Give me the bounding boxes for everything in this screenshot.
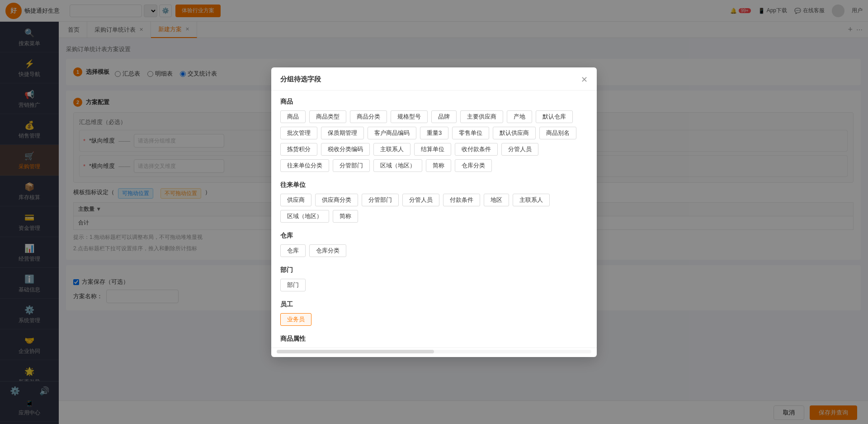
section-warehouse-title: 仓库 (280, 232, 588, 240)
field-tag[interactable]: 供应商分类 (315, 194, 358, 206)
field-tag[interactable]: 商品 (280, 110, 306, 123)
section-dept-fields: 部门 (280, 279, 588, 291)
field-tag[interactable]: 主联系人 (513, 194, 550, 206)
modal-close-button[interactable]: ✕ (581, 75, 588, 85)
field-tag[interactable]: 往来单位分类 (280, 159, 329, 172)
section-product-attr-title: 商品属性 (280, 335, 588, 343)
field-tag[interactable]: 区域（地区） (280, 210, 329, 223)
modal-scroll-area (271, 348, 597, 357)
section-product-title: 商品 (280, 98, 588, 106)
modal-header: 分组待选字段 ✕ (271, 67, 597, 91)
field-tag[interactable]: 默认供应商 (493, 127, 536, 139)
field-tag[interactable]: 主联系人 (373, 143, 410, 156)
field-tag[interactable]: 仓库分类 (309, 244, 346, 257)
field-tag[interactable]: 拣货积分 (280, 143, 317, 156)
field-tag[interactable]: 收付款条件 (455, 143, 498, 156)
field-tag[interactable]: 分管人员 (501, 143, 538, 156)
section-staff-title: 员工 (280, 300, 588, 309)
field-tag[interactable]: 批次管理 (280, 127, 317, 139)
field-tag[interactable]: 产地 (507, 110, 532, 123)
modal-hscrollbar-thumb[interactable] (277, 350, 434, 353)
section-staff-fields: 业务员 (280, 313, 588, 326)
field-tag[interactable]: 税收分类编码 (321, 143, 370, 156)
field-tag[interactable]: 规格型号 (391, 110, 428, 123)
field-tag[interactable]: 地区 (484, 194, 509, 206)
section-warehouse-fields: 仓库 仓库分类 (280, 244, 588, 257)
field-tag[interactable]: 部门 (280, 279, 306, 291)
field-tag[interactable]: 结算单位 (414, 143, 451, 156)
section-dept: 部门 部门 (280, 266, 588, 291)
modal-body: 商品 商品 商品类型 商品分类 规格型号 品牌 主要供应商 产地 默认仓库 批次… (271, 91, 597, 348)
field-tag[interactable]: 分管人员 (402, 194, 439, 206)
field-select-modal: 分组待选字段 ✕ 商品 商品 商品类型 商品分类 规格型号 品牌 主要供应商 产… (271, 67, 597, 357)
field-tag[interactable]: 商品类型 (309, 110, 346, 123)
section-product-fields: 商品 商品类型 商品分类 规格型号 品牌 主要供应商 产地 默认仓库 批次管理 … (280, 110, 588, 172)
field-tag[interactable]: 默认仓库 (536, 110, 573, 123)
field-tag[interactable]: 区域（地区） (373, 159, 422, 172)
field-tag[interactable]: 简称 (333, 210, 358, 223)
field-tag[interactable]: 商品分类 (350, 110, 387, 123)
section-partner: 往来单位 供应商 供应商分类 分管部门 分管人员 付款条件 地区 主联系人 区域… (280, 181, 588, 223)
field-tag[interactable]: 分管部门 (362, 194, 399, 206)
section-product-attr: 商品属性 属性 颜色 多规格 尺码 鞋码 1 (280, 335, 588, 348)
field-tag[interactable]: 仓库 (280, 244, 306, 257)
field-tag[interactable]: 付款条件 (443, 194, 480, 206)
section-partner-fields: 供应商 供应商分类 分管部门 分管人员 付款条件 地区 主联系人 区域（地区） … (280, 194, 588, 223)
modal-title: 分组待选字段 (280, 75, 321, 84)
field-tag[interactable]: 零售单位 (452, 127, 489, 139)
field-tag[interactable]: 仓库分类 (455, 159, 492, 172)
section-staff: 员工 业务员 (280, 300, 588, 326)
field-tag-salesperson[interactable]: 业务员 (280, 313, 311, 326)
field-tag[interactable]: 保质期管理 (321, 127, 364, 139)
field-tag[interactable]: 主要供应商 (460, 110, 503, 123)
field-tag[interactable]: 重量3 (420, 127, 448, 139)
modal-overlay: 分组待选字段 ✕ 商品 商品 商品类型 商品分类 规格型号 品牌 主要供应商 产… (0, 0, 868, 424)
section-warehouse: 仓库 仓库 仓库分类 (280, 232, 588, 257)
field-tag[interactable]: 商品别名 (539, 127, 576, 139)
section-partner-title: 往来单位 (280, 181, 588, 189)
modal-hscrollbar-track[interactable] (277, 350, 591, 353)
section-dept-title: 部门 (280, 266, 588, 274)
field-tag[interactable]: 品牌 (431, 110, 457, 123)
field-tag[interactable]: 分管部门 (333, 159, 370, 172)
section-product: 商品 商品 商品类型 商品分类 规格型号 品牌 主要供应商 产地 默认仓库 批次… (280, 98, 588, 172)
field-tag[interactable]: 简称 (426, 159, 451, 172)
field-tag[interactable]: 供应商 (280, 194, 311, 206)
field-tag[interactable]: 客户商品编码 (368, 127, 416, 139)
